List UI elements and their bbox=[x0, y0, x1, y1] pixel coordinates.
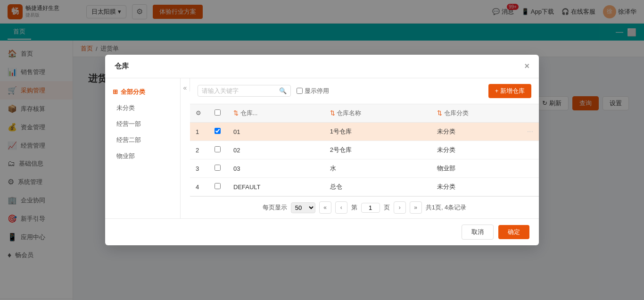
col-category: ⇅ 仓库分类 bbox=[431, 104, 539, 123]
col-settings: ⚙ bbox=[190, 104, 209, 123]
modal-body: ⊞ 全部分类 未分类经营一部经营二部物业部 « 🔍 显示停用 bbox=[105, 78, 539, 219]
row-name: 1号仓库 bbox=[324, 122, 432, 141]
row-checkbox[interactable] bbox=[209, 122, 228, 141]
row-category: 未分类 bbox=[431, 141, 539, 159]
category-sidebar: ⊞ 全部分类 未分类经营一部经营二部物业部 bbox=[105, 78, 181, 219]
row-name: 水 bbox=[324, 159, 432, 178]
next-page-button[interactable]: › bbox=[394, 201, 406, 214]
last-page-button[interactable]: » bbox=[410, 201, 422, 214]
table-toolbar: 🔍 显示停用 + 新增仓库 bbox=[190, 78, 539, 104]
warehouse-table-wrap: ⚙ ⇅ 仓库... ⇅ 仓库名称 bbox=[190, 104, 539, 197]
modal-overlay: 仓库 × ⊞ 全部分类 未分类经营一部经营二部物业部 « bbox=[0, 0, 644, 300]
search-icon: 🔍 bbox=[279, 87, 287, 94]
row-category: 物业部 bbox=[431, 159, 539, 178]
per-page-select[interactable]: 50 100 bbox=[291, 202, 315, 213]
settings-col-icon[interactable]: ⚙ bbox=[196, 109, 201, 117]
table-area: 🔍 显示停用 + 新增仓库 ⚙ bbox=[190, 78, 539, 219]
table-footer: 每页显示 50 100 « ‹ 第 页 › » 共1页, 4条记录 bbox=[190, 196, 539, 218]
row-index: 2 bbox=[190, 141, 209, 159]
modal-title: 仓库 bbox=[115, 62, 129, 71]
select-all-checkbox[interactable] bbox=[215, 109, 221, 116]
col-name: ⇅ 仓库名称 bbox=[324, 104, 432, 123]
row-actions[interactable]: ··· bbox=[527, 127, 533, 136]
sort-icon: ⇅ bbox=[233, 109, 239, 117]
row-checkbox[interactable] bbox=[209, 159, 228, 178]
grid-icon: ⊞ bbox=[113, 88, 118, 95]
table-row[interactable]: 2 02 2号仓库 未分类 bbox=[190, 141, 539, 159]
warehouse-table: ⚙ ⇅ 仓库... ⇅ 仓库名称 bbox=[190, 104, 539, 197]
disabled-checkbox[interactable] bbox=[297, 88, 303, 94]
table-row[interactable]: 4 DEFAULT 总仓 未分类 bbox=[190, 178, 539, 196]
row-name: 总仓 bbox=[324, 178, 432, 196]
search-input[interactable] bbox=[202, 87, 277, 94]
table-row[interactable]: 3 03 水 物业部 bbox=[190, 159, 539, 178]
sort-name-icon: ⇅ bbox=[330, 109, 335, 117]
row-index: 1 bbox=[190, 122, 209, 141]
sort-cat-icon: ⇅ bbox=[437, 109, 442, 117]
add-warehouse-button[interactable]: + 新增仓库 bbox=[488, 84, 531, 98]
search-box: 🔍 bbox=[198, 85, 291, 97]
show-disabled-checkbox: 显示停用 bbox=[297, 87, 329, 95]
warehouse-table-body: 1 01 1号仓库 未分类··· 2 02 2号仓库 未分类 3 03 水 物业… bbox=[190, 122, 539, 196]
col-checkbox bbox=[209, 104, 228, 123]
table-row[interactable]: 1 01 1号仓库 未分类··· bbox=[190, 122, 539, 141]
first-page-button[interactable]: « bbox=[319, 201, 331, 214]
row-name: 2号仓库 bbox=[324, 141, 432, 159]
row-checkbox[interactable] bbox=[209, 178, 228, 196]
warehouse-modal: 仓库 × ⊞ 全部分类 未分类经营一部经营二部物业部 « bbox=[105, 55, 539, 246]
category-item[interactable]: 未分类 bbox=[105, 100, 180, 116]
category-item[interactable]: 经营一部 bbox=[105, 116, 180, 132]
collapse-button[interactable]: « bbox=[181, 78, 190, 92]
row-checkbox[interactable] bbox=[209, 141, 228, 159]
page-number-input[interactable] bbox=[361, 203, 380, 213]
category-list: 未分类经营一部经营二部物业部 bbox=[105, 100, 180, 164]
confirm-button[interactable]: 确定 bbox=[498, 225, 529, 239]
modal-header: 仓库 × bbox=[105, 55, 539, 78]
row-category: 未分类 bbox=[431, 178, 539, 196]
row-index: 4 bbox=[190, 178, 209, 196]
modal-close-button[interactable]: × bbox=[524, 61, 529, 71]
category-item[interactable]: 物业部 bbox=[105, 148, 180, 164]
row-code: 03 bbox=[228, 159, 324, 178]
row-category: 未分类··· bbox=[431, 123, 539, 141]
category-all[interactable]: ⊞ 全部分类 bbox=[105, 84, 180, 100]
cancel-button[interactable]: 取消 bbox=[462, 225, 494, 240]
category-item[interactable]: 经营二部 bbox=[105, 132, 180, 148]
modal-footer: 取消 确定 bbox=[105, 218, 539, 245]
row-code: DEFAULT bbox=[228, 178, 324, 196]
prev-page-button[interactable]: ‹ bbox=[335, 201, 347, 214]
row-code: 02 bbox=[228, 141, 324, 159]
table-header-row: ⚙ ⇅ 仓库... ⇅ 仓库名称 bbox=[190, 104, 539, 123]
row-code: 01 bbox=[228, 122, 324, 141]
col-code: ⇅ 仓库... bbox=[228, 104, 324, 123]
row-index: 3 bbox=[190, 159, 209, 178]
